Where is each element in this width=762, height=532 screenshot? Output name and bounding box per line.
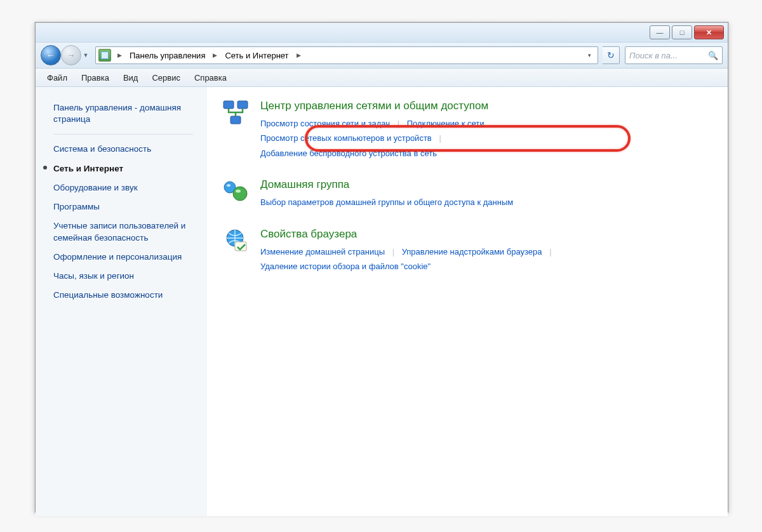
sidebar-item-clock-lang[interactable]: Часы, язык и регион — [53, 267, 193, 286]
search-icon: 🔍 — [708, 51, 718, 60]
menu-file[interactable]: Файл — [41, 71, 74, 84]
control-panel-icon — [98, 49, 111, 62]
section-homegroup: Домашняя группа Выбор параметров домашне… — [222, 178, 712, 209]
sidebar-item-network-internet[interactable]: Сеть и Интернет — [53, 159, 193, 178]
svg-rect-1 — [237, 101, 248, 109]
svg-point-4 — [233, 187, 247, 201]
separator: | — [434, 133, 446, 143]
window-controls: — □ ✕ — [650, 25, 724, 39]
sub-links: Изменение домашней страницы | Управление… — [260, 244, 712, 274]
internet-options-icon — [222, 228, 249, 255]
sidebar-item-accessibility[interactable]: Специальные возможности — [53, 286, 193, 305]
back-button[interactable]: ← — [41, 45, 61, 65]
address-bar[interactable]: ▶ Панель управления ▶ Сеть и Интернет ▶ … — [95, 46, 598, 64]
separator: | — [387, 247, 399, 256]
close-button[interactable]: ✕ — [694, 25, 724, 39]
section-body: Домашняя группа Выбор параметров домашне… — [260, 178, 712, 209]
nav-arrows: ← → ▼ — [41, 45, 90, 65]
network-icon — [222, 100, 249, 126]
forward-button[interactable]: → — [61, 45, 81, 65]
link-internet-options[interactable]: Свойства браузера — [260, 228, 357, 240]
arrow-left-icon: ← — [46, 50, 55, 60]
separator: | — [544, 247, 556, 256]
titlebar: — □ ✕ — [36, 23, 728, 43]
homegroup-icon — [222, 178, 249, 205]
link-add-wireless[interactable]: Добавление беспроводного устройства в се… — [260, 149, 437, 158]
sidebar-home[interactable]: Панель управления - домашняя страница — [53, 98, 193, 129]
sidebar-item-system-security[interactable]: Система и безопасность — [53, 140, 193, 159]
breadcrumb-root[interactable]: Панель управления — [128, 51, 206, 60]
sidebar-separator — [53, 134, 193, 135]
link-view-status[interactable]: Просмотр состояния сети и задач — [260, 119, 390, 128]
history-dropdown[interactable]: ▼ — [81, 49, 90, 62]
svg-point-5 — [227, 184, 231, 187]
menu-edit[interactable]: Правка — [75, 71, 116, 84]
menu-view[interactable]: Вид — [117, 71, 145, 84]
menu-help[interactable]: Справка — [188, 71, 233, 84]
link-view-computers[interactable]: Просмотр сетевых компьютеров и устройств — [260, 133, 432, 143]
refresh-button[interactable]: ↻ — [603, 46, 620, 64]
section-body: Центр управления сетями и общим доступом… — [260, 100, 712, 161]
menu-service[interactable]: Сервис — [145, 71, 187, 84]
breadcrumb-current[interactable]: Сеть и Интернет — [224, 51, 290, 60]
window: — □ ✕ ← → ▼ ▶ Панель управления ▶ Сеть и… — [35, 22, 728, 512]
nav-row: ← → ▼ ▶ Панель управления ▶ Сеть и Интер… — [36, 43, 728, 69]
maximize-button[interactable]: □ — [672, 25, 692, 39]
section-body: Свойства браузера Изменение домашней стр… — [260, 228, 712, 274]
body: Панель управления - домашняя страница Си… — [36, 87, 728, 516]
section-internet-options: Свойства браузера Изменение домашней стр… — [222, 228, 712, 274]
chevron-right-icon: ▶ — [209, 52, 221, 58]
address-dropdown[interactable]: ▾ — [584, 52, 595, 58]
chevron-right-icon: ▶ — [293, 52, 305, 58]
refresh-icon: ↻ — [607, 50, 615, 60]
link-manage-addons[interactable]: Управление надстройками браузера — [402, 247, 542, 256]
link-change-homepage[interactable]: Изменение домашней страницы — [260, 247, 385, 256]
menu-bar: Файл Правка Вид Сервис Справка — [36, 69, 728, 87]
arrow-right-icon: → — [67, 50, 76, 60]
chevron-right-icon: ▶ — [114, 52, 126, 58]
sidebar-item-hardware-sound[interactable]: Оборудование и звук — [53, 178, 193, 197]
search-input[interactable]: Поиск в па... 🔍 — [625, 46, 723, 64]
svg-rect-2 — [231, 116, 241, 124]
link-homegroup[interactable]: Домашняя группа — [260, 178, 349, 190]
sidebar-item-programs[interactable]: Программы — [53, 197, 193, 216]
sidebar: Панель управления - домашняя страница Си… — [36, 87, 207, 516]
sub-links: Выбор параметров домашней группы и общег… — [260, 195, 712, 209]
sidebar-item-user-accounts[interactable]: Учетные записи пользователей и семейная … — [53, 216, 193, 247]
section-network-sharing: Центр управления сетями и общим доступом… — [222, 100, 712, 161]
link-homegroup-settings[interactable]: Выбор параметров домашней группы и общег… — [260, 197, 513, 207]
minimize-button[interactable]: — — [650, 25, 670, 39]
link-network-sharing-center[interactable]: Центр управления сетями и общим доступом — [260, 100, 488, 112]
separator: | — [392, 119, 404, 128]
link-connect-network[interactable]: Подключение к сети — [407, 119, 485, 128]
sidebar-item-appearance[interactable]: Оформление и персонализация — [53, 248, 193, 267]
svg-rect-0 — [224, 101, 234, 109]
svg-point-6 — [236, 190, 241, 193]
link-delete-history[interactable]: Удаление истории обзора и файлов "cookie… — [260, 262, 431, 271]
sub-links: Просмотр состояния сети и задач | Подклю… — [260, 116, 712, 161]
search-placeholder: Поиск в па... — [629, 51, 678, 60]
content: Центр управления сетями и общим доступом… — [207, 87, 728, 516]
